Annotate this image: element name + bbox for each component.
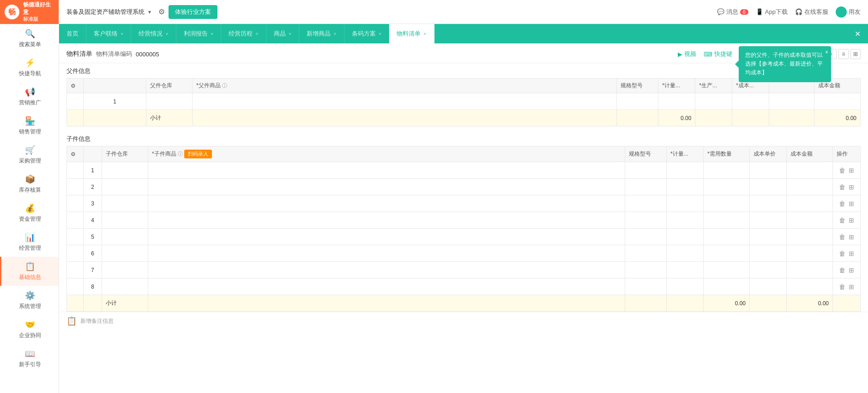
sidebar-item-sales[interactable]: 🏪销售管理 — [0, 111, 59, 140]
child-row-price[interactable] — [750, 278, 787, 295]
user-item[interactable]: 用友 — [836, 6, 861, 18]
child-row-price[interactable] — [750, 229, 787, 245]
sidebar-item-guide[interactable]: 📖新手引导 — [0, 344, 59, 373]
child-row-unit[interactable] — [667, 162, 704, 179]
child-row-warehouse[interactable] — [102, 212, 148, 229]
child-row-product[interactable] — [148, 278, 625, 295]
shortcut-action[interactable]: ⌨ 快捷键 — [704, 50, 732, 58]
copy-icon[interactable]: ⊞ — [849, 217, 854, 224]
child-row-unit[interactable] — [667, 212, 704, 229]
parent-row-warehouse[interactable] — [146, 93, 193, 110]
parent-row-product[interactable] — [193, 93, 617, 110]
child-row-unit[interactable] — [667, 262, 704, 278]
nav-tab-8[interactable]: 物料清单 × — [389, 24, 434, 43]
child-row-unit[interactable] — [667, 229, 704, 245]
sidebar-item-system[interactable]: ⚙️系统管理 — [0, 286, 59, 315]
nav-tab-4[interactable]: 经营历程 × — [221, 24, 266, 43]
expand-btn[interactable]: ⊞ — [850, 49, 861, 59]
child-row-spec[interactable] — [625, 262, 667, 278]
video-action[interactable]: ▶ 视频 — [678, 50, 696, 58]
child-row-spec[interactable] — [625, 162, 667, 179]
nav-tab-close-2[interactable]: × — [165, 31, 168, 36]
trial-btn[interactable]: 体验行业方案 — [169, 5, 217, 19]
sidebar-item-quick[interactable]: ⚡快捷导航 — [0, 53, 59, 82]
delete-icon[interactable]: 🗑 — [839, 266, 845, 274]
online-service-item[interactable]: 🎧 在线客服 — [795, 8, 828, 16]
parent-row-prod[interactable] — [695, 93, 732, 110]
close-all-tabs[interactable]: ✕ — [851, 30, 864, 38]
settings-icon[interactable]: ⚙ — [158, 7, 165, 16]
nav-tab-2[interactable]: 经营情况 × — [131, 24, 176, 43]
list-view-btn[interactable]: ≡ — [838, 49, 849, 59]
child-row-spec[interactable] — [625, 195, 667, 212]
copy-icon[interactable]: ⊞ — [849, 183, 854, 191]
sidebar-item-finance[interactable]: 💰资金管理 — [0, 199, 59, 228]
delete-icon[interactable]: 🗑 — [839, 200, 845, 207]
child-row-warehouse[interactable] — [102, 245, 148, 262]
child-row-qty[interactable] — [704, 162, 750, 179]
nav-tab-close-1[interactable]: × — [121, 31, 123, 36]
child-row-product[interactable] — [148, 212, 625, 229]
nav-tab-3[interactable]: 利润报告 × — [176, 24, 221, 43]
child-row-spec[interactable] — [625, 229, 667, 245]
nav-tab-0[interactable]: 首页 — [59, 24, 86, 43]
nav-tab-6[interactable]: 新增商品 × — [299, 24, 344, 43]
child-row-qty[interactable] — [704, 212, 750, 229]
delete-icon[interactable]: 🗑 — [839, 250, 845, 257]
child-row-unit[interactable] — [667, 245, 704, 262]
nav-tab-7[interactable]: 条码方案 × — [344, 24, 389, 43]
child-row-product[interactable] — [148, 179, 625, 195]
child-th-setting[interactable]: ⚙ — [67, 146, 84, 162]
sidebar-item-collab[interactable]: 🤝企业协同 — [0, 315, 59, 344]
child-row-warehouse[interactable] — [102, 179, 148, 195]
copy-icon[interactable]: ⊞ — [849, 167, 854, 174]
child-row-spec[interactable] — [625, 245, 667, 262]
child-row-qty[interactable] — [704, 229, 750, 245]
child-row-unit[interactable] — [667, 278, 704, 295]
message-item[interactable]: 💬 消息 6 — [717, 8, 748, 16]
nav-tab-close-7[interactable]: × — [379, 31, 381, 36]
child-row-price[interactable] — [750, 212, 787, 229]
child-row-qty[interactable] — [704, 245, 750, 262]
child-row-warehouse[interactable] — [102, 195, 148, 212]
child-row-product[interactable] — [148, 262, 625, 278]
child-row-price[interactable] — [750, 162, 787, 179]
sidebar-item-operations[interactable]: 📊经营管理 — [0, 228, 59, 257]
child-row-warehouse[interactable] — [102, 278, 148, 295]
copy-icon[interactable]: ⊞ — [849, 233, 854, 241]
parent-row-cost[interactable] — [732, 93, 769, 110]
child-row-warehouse[interactable] — [102, 162, 148, 179]
copy-icon[interactable]: ⊞ — [849, 266, 854, 274]
copy-icon[interactable]: ⊞ — [849, 200, 854, 207]
child-row-unit[interactable] — [667, 195, 704, 212]
delete-icon[interactable]: 🗑 — [839, 283, 845, 290]
child-row-price[interactable] — [750, 245, 787, 262]
child-row-warehouse[interactable] — [102, 229, 148, 245]
child-row-unit[interactable] — [667, 179, 704, 195]
nav-tab-5[interactable]: 商品 × — [266, 24, 299, 43]
parent-row-spec[interactable] — [617, 93, 658, 110]
child-row-product[interactable] — [148, 245, 625, 262]
delete-icon[interactable]: 🗑 — [839, 167, 845, 174]
delete-icon[interactable]: 🗑 — [839, 183, 845, 191]
nav-tab-close-4[interactable]: × — [255, 31, 258, 36]
delete-icon[interactable]: 🗑 — [839, 233, 845, 241]
sidebar-item-basic[interactable]: 📋基础信息 — [0, 257, 59, 286]
child-product-info-icon[interactable]: ⓘ — [178, 151, 183, 157]
child-row-qty[interactable] — [704, 278, 750, 295]
child-row-qty[interactable] — [704, 262, 750, 278]
child-row-spec[interactable] — [625, 179, 667, 195]
child-row-product[interactable] — [148, 162, 625, 179]
copy-icon[interactable]: ⊞ — [849, 250, 854, 257]
child-row-warehouse[interactable] — [102, 262, 148, 278]
nav-tab-close-3[interactable]: × — [211, 31, 213, 36]
scan-btn[interactable]: 扫码录入 — [184, 150, 212, 158]
app-download-item[interactable]: 📱 App下载 — [756, 8, 788, 16]
tooltip-close-btn[interactable]: × — [825, 48, 828, 57]
child-row-spec[interactable] — [625, 212, 667, 229]
product-info-icon[interactable]: ⓘ — [222, 83, 227, 88]
child-row-price[interactable] — [750, 179, 787, 195]
topbar-dropdown-icon[interactable]: ▾ — [148, 9, 151, 15]
nav-tab-close-5[interactable]: × — [289, 31, 291, 36]
child-row-qty[interactable] — [704, 195, 750, 212]
